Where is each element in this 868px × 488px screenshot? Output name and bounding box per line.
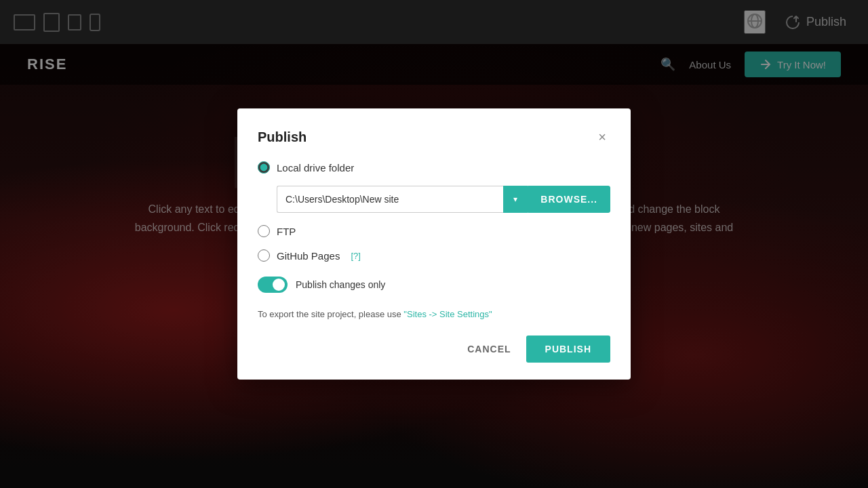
dialog-footer: CANCEL PUBLISH [258, 336, 610, 363]
close-dialog-button[interactable]: × [594, 129, 610, 145]
dialog-title: Publish [258, 129, 307, 145]
github-label: GitHub Pages [277, 250, 340, 262]
ftp-radio[interactable] [258, 225, 270, 237]
ftp-label: FTP [277, 226, 296, 237]
github-radio[interactable] [258, 249, 270, 262]
publish-action-button[interactable]: PUBLISH [526, 336, 610, 363]
toggle-row: Publish changes only [258, 277, 610, 293]
dialog-body: Local drive folder ▾ BROWSE... FTP GitHu… [258, 161, 610, 319]
path-dropdown-button[interactable]: ▾ [503, 186, 528, 213]
cancel-button[interactable]: CANCEL [462, 337, 516, 361]
local-drive-option[interactable]: Local drive folder [258, 161, 610, 174]
path-input[interactable] [277, 186, 503, 213]
toggle-track [258, 277, 288, 293]
publish-changes-toggle[interactable] [258, 277, 288, 293]
export-settings-link[interactable]: "Sites -> Site Settings" [403, 309, 492, 319]
path-input-row: ▾ BROWSE... [277, 186, 610, 213]
publish-dialog: Publish × Local drive folder ▾ BROWSE...… [237, 108, 631, 380]
ftp-option[interactable]: FTP [258, 225, 610, 237]
github-option[interactable]: GitHub Pages [?] [258, 249, 610, 262]
export-note-text: To export the site project, please use [258, 309, 403, 319]
github-help-link[interactable]: [?] [351, 251, 360, 261]
local-drive-radio[interactable] [258, 161, 270, 174]
dialog-header: Publish × [258, 129, 610, 145]
dropdown-arrow: ▾ [513, 195, 517, 204]
browse-button[interactable]: BROWSE... [528, 186, 610, 213]
toggle-thumb [273, 279, 285, 291]
toggle-label: Publish changes only [296, 279, 385, 290]
export-note: To export the site project, please use "… [258, 309, 610, 319]
local-drive-label: Local drive folder [277, 162, 354, 174]
